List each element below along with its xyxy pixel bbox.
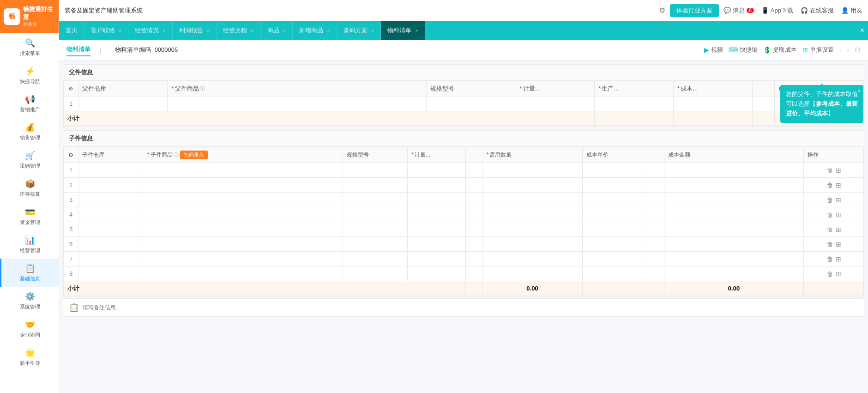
- tab-home[interactable]: 首页: [59, 21, 84, 40]
- tab-profit-close[interactable]: ×: [207, 28, 210, 33]
- child-row-qty[interactable]: [482, 252, 582, 266]
- child-row-unit-cost[interactable]: [582, 193, 647, 207]
- parent-row-cost[interactable]: [674, 97, 753, 111]
- delete-icon[interactable]: 🗑: [826, 241, 833, 248]
- tab-customer[interactable]: 客户联络×: [84, 21, 128, 40]
- delete-icon[interactable]: 🗑: [826, 226, 833, 233]
- child-row-unit-cost[interactable]: [582, 266, 647, 281]
- toolbar-expand[interactable]: ⊟: [855, 46, 861, 54]
- sidebar-item-finance[interactable]: 💳资金管理: [0, 202, 59, 230]
- child-row-qty[interactable]: [482, 178, 582, 193]
- copy-icon[interactable]: ⊞: [836, 270, 841, 278]
- child-row-spec[interactable]: [343, 193, 407, 207]
- parent-row-spec[interactable]: [427, 97, 516, 111]
- toolbar-single-settings[interactable]: ⊞ 单据设置: [802, 46, 834, 54]
- sidebar-item-purchase[interactable]: 🛒采购管理: [0, 146, 59, 174]
- close-all-tabs[interactable]: ×: [856, 26, 868, 35]
- child-row-spec[interactable]: [343, 207, 407, 222]
- tab-customer-close[interactable]: ×: [119, 28, 121, 33]
- sidebar-item-guide[interactable]: 🌟新手引导: [0, 343, 59, 371]
- child-row-unit-cost[interactable]: [582, 207, 647, 222]
- sidebar-item-quick-nav[interactable]: ⚡快捷导航: [0, 61, 59, 90]
- child-row-unit[interactable]: [408, 178, 466, 193]
- child-row-spec[interactable]: [343, 266, 407, 281]
- toolbar-next[interactable]: ›: [847, 47, 849, 54]
- child-row-product[interactable]: [143, 207, 343, 222]
- tooltip-close-button[interactable]: ×: [857, 87, 861, 96]
- copy-icon[interactable]: ⊞: [836, 167, 841, 174]
- scan-button[interactable]: 扫码录入: [180, 151, 208, 159]
- child-row-spec[interactable]: [343, 252, 407, 266]
- tab-business[interactable]: 经营情况×: [128, 21, 172, 40]
- tab-history[interactable]: 经营历程×: [217, 21, 260, 40]
- toolbar-view[interactable]: ▶ 视频: [704, 46, 723, 54]
- message-item[interactable]: 💬 消息 6: [723, 6, 754, 15]
- child-row-warehouse[interactable]: [78, 193, 143, 207]
- child-row-product[interactable]: [143, 266, 343, 281]
- tab-new-goods[interactable]: 新增商品×: [293, 21, 337, 40]
- copy-icon[interactable]: ⊞: [836, 181, 841, 189]
- note-input[interactable]: [83, 304, 858, 311]
- child-row-unit-cost[interactable]: [582, 178, 647, 193]
- tab-profit[interactable]: 利润报告×: [173, 21, 217, 40]
- app-download-item[interactable]: 📱 App下载: [761, 6, 793, 15]
- child-row-product[interactable]: [143, 193, 343, 207]
- settings-icon[interactable]: ⚙: [659, 6, 665, 15]
- parent-row-production[interactable]: [595, 97, 674, 111]
- sidebar-item-sales[interactable]: 💰销售管理: [0, 118, 59, 146]
- child-row-unit-cost[interactable]: [582, 252, 647, 266]
- sidebar-item-basic-info[interactable]: 📋基础信息: [0, 259, 59, 287]
- child-row-unit[interactable]: [408, 237, 466, 252]
- child-row-product[interactable]: [143, 252, 343, 266]
- online-service-item[interactable]: 🎧 在线客服: [801, 6, 834, 15]
- toolbar-prev[interactable]: ‹: [839, 47, 841, 54]
- child-row-product[interactable]: [143, 222, 343, 237]
- toolbar-cost[interactable]: 💲 提取成本: [763, 46, 797, 54]
- child-row-warehouse[interactable]: [78, 222, 143, 237]
- trial-button[interactable]: 体验行业方案: [670, 4, 719, 17]
- child-row-warehouse[interactable]: [78, 207, 143, 222]
- tab-history-close[interactable]: ×: [251, 28, 253, 33]
- toolbar-shortcut[interactable]: ⌨ 快捷键: [729, 46, 758, 54]
- child-row-unit[interactable]: [408, 193, 466, 207]
- copy-icon[interactable]: ⊞: [836, 196, 841, 204]
- child-row-unit[interactable]: [408, 207, 466, 222]
- child-row-warehouse[interactable]: [78, 252, 143, 266]
- child-row-unit-cost[interactable]: [582, 222, 647, 237]
- child-row-warehouse[interactable]: [78, 163, 143, 178]
- parent-row-product[interactable]: [168, 97, 427, 111]
- tab-bom[interactable]: 物料清单×: [381, 21, 425, 40]
- child-row-qty[interactable]: [482, 266, 582, 281]
- child-row-warehouse[interactable]: [78, 266, 143, 281]
- child-row-unit-cost[interactable]: [582, 237, 647, 252]
- child-row-spec[interactable]: [343, 237, 407, 252]
- parent-row-warehouse[interactable]: [78, 97, 168, 111]
- child-row-qty[interactable]: [482, 163, 582, 178]
- delete-icon[interactable]: 🗑: [826, 255, 833, 263]
- child-row-qty[interactable]: [482, 207, 582, 222]
- tab-business-close[interactable]: ×: [163, 28, 165, 33]
- user-item[interactable]: 👤 用友: [841, 6, 862, 15]
- child-row-qty[interactable]: [482, 193, 582, 207]
- delete-icon[interactable]: 🗑: [826, 270, 833, 278]
- child-row-unit[interactable]: [408, 163, 466, 178]
- tab-goods-close[interactable]: ×: [283, 28, 286, 33]
- child-row-warehouse[interactable]: [78, 178, 143, 193]
- tab-barcode-close[interactable]: ×: [371, 28, 374, 33]
- delete-icon[interactable]: 🗑: [826, 196, 833, 204]
- child-row-unit[interactable]: [408, 222, 466, 237]
- sidebar-item-marketing[interactable]: 📢营销推广: [0, 90, 59, 118]
- child-row-product[interactable]: [143, 163, 343, 178]
- tab-barcode[interactable]: 条码方案×: [337, 21, 381, 40]
- tab-new-goods-close[interactable]: ×: [327, 28, 330, 33]
- child-row-product[interactable]: [143, 178, 343, 193]
- child-row-unit-cost[interactable]: [582, 163, 647, 178]
- delete-icon[interactable]: 🗑: [826, 211, 833, 218]
- child-row-spec[interactable]: [343, 163, 407, 178]
- sidebar-item-operations[interactable]: 📊经营管理: [0, 230, 59, 259]
- copy-icon[interactable]: ⊞: [836, 226, 841, 233]
- child-row-warehouse[interactable]: [78, 237, 143, 252]
- page-tab-bom[interactable]: 物料清单: [66, 43, 90, 56]
- child-row-unit[interactable]: [408, 266, 466, 281]
- delete-icon[interactable]: 🗑: [826, 167, 833, 174]
